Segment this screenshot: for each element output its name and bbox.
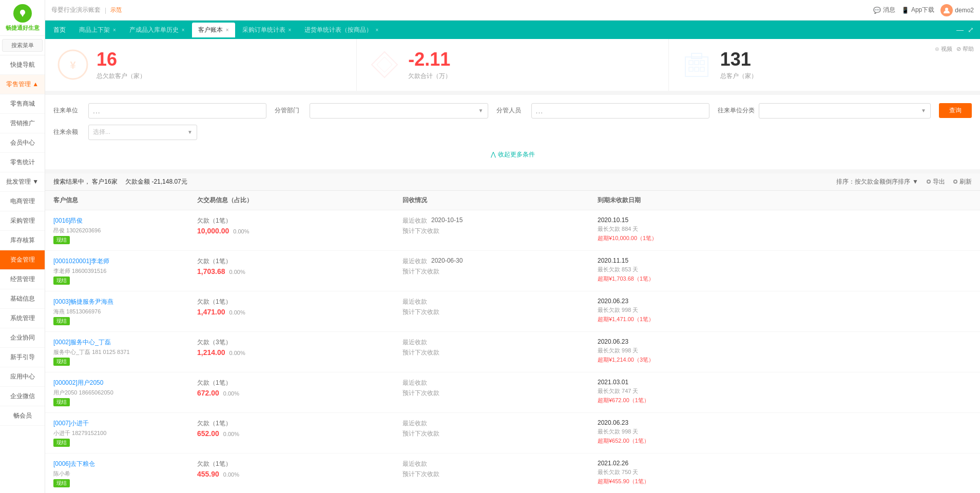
- collect-next-5: 预计下次收款: [402, 429, 598, 438]
- debt-info-4: 欠款（1笔） 672.00 0.00%: [197, 379, 402, 399]
- customer-name-1[interactable]: [0001020001]李老师: [53, 257, 197, 266]
- export-label: 导出: [933, 178, 945, 186]
- tabs-expand-btn[interactable]: ⤢: [968, 26, 974, 34]
- debt-amount-2: 1,471.00: [197, 308, 225, 316]
- overdue-amount-5[interactable]: 超期¥652.00（1笔）: [598, 438, 649, 444]
- app-download-btn[interactable]: 📱 App下载: [901, 6, 934, 14]
- svg-rect-11: [700, 67, 704, 71]
- division-select[interactable]: ▼: [310, 103, 488, 119]
- customer-info-5: [0007]小进千 小进千 18279152100 现结: [53, 419, 197, 447]
- diamond-icon: [369, 49, 400, 80]
- tab-purchase-order-close[interactable]: ×: [289, 27, 292, 33]
- sort-select[interactable]: 排序：按欠款金额倒序排序 ▼: [836, 178, 918, 186]
- sidebar-item-retail-stats[interactable]: 零售统计: [0, 153, 45, 172]
- collapse-label: 收起更多条件: [498, 150, 535, 159]
- col-header-date: 到期未收款日期: [598, 196, 972, 205]
- customer-tag-1: 现结: [53, 277, 70, 285]
- tab-purchase-stats[interactable]: 进货单统计表（按商品） ×: [298, 23, 385, 37]
- top-header: 母婴行业演示账套 | 示范 💬 消息 📱 App下载 demo2: [45, 0, 980, 21]
- sidebar-item-new-guide[interactable]: 新手引导: [0, 348, 45, 367]
- sidebar-item-quick-nav[interactable]: 快捷导航: [0, 55, 45, 75]
- debt-percent-6: 0.00%: [223, 471, 239, 478]
- collect-info-4: 最近收款 预计下次收款: [402, 379, 598, 398]
- collect-info-6: 最近收款 预计下次收款: [402, 460, 598, 479]
- unit-type-label: 往来单位分类: [718, 106, 755, 115]
- overdue-days-2: 最长欠款 998 天: [598, 306, 972, 314]
- balance-select[interactable]: 选择... ▼: [88, 125, 197, 140]
- filter-balance: 往来余额 选择... ▼: [53, 125, 197, 140]
- video-btn[interactable]: ⊙ 视频: [935, 45, 952, 53]
- overdue-amount-1[interactable]: 超期¥1,703.68（1笔）: [598, 275, 654, 282]
- tab-customer-account[interactable]: 客户账本 ×: [192, 23, 235, 37]
- sidebar-item-basic-info[interactable]: 基础信息: [0, 289, 45, 309]
- sidebar-item-ecommerce[interactable]: 电商管理: [0, 192, 45, 211]
- overdue-amount-0[interactable]: 超期¥10,000.00（1笔）: [598, 235, 657, 241]
- tab-products-close[interactable]: ×: [113, 27, 116, 33]
- customer-name-3[interactable]: [0002]服务中心_丁磊: [53, 338, 197, 347]
- refresh-btn[interactable]: 刷新: [953, 178, 972, 186]
- message-btn[interactable]: 💬 消息: [873, 6, 895, 14]
- sidebar-item-retail-mgmt[interactable]: 零售管理 ▲: [0, 75, 45, 94]
- sidebar-item-purchase[interactable]: 采购管理: [0, 211, 45, 231]
- sidebar-item-system[interactable]: 系统管理: [0, 309, 45, 328]
- date-info-2: 2020.06.23 最长欠款 998 天 超期¥1,471.00（1笔）: [598, 298, 972, 323]
- filter-division: 分管部门 ▼: [275, 103, 488, 119]
- tab-purchase-stats-close[interactable]: ×: [375, 27, 378, 33]
- sidebar-item-marketing[interactable]: 营销推广: [0, 114, 45, 133]
- customer-name-5[interactable]: [0007]小进千: [53, 419, 197, 428]
- collapse-btn[interactable]: ⋀ 收起更多条件: [53, 148, 972, 161]
- sidebar-item-finance[interactable]: 资金管理: [0, 250, 45, 270]
- manager-input[interactable]: ...: [531, 103, 709, 119]
- unit-type-select[interactable]: ▼: [759, 103, 931, 119]
- sidebar-item-enterprise-wechat[interactable]: 企业微信: [0, 387, 45, 406]
- customer-contact-5: 小进千 18279152100: [53, 429, 197, 437]
- customer-name-0[interactable]: [0016]昂俊: [53, 216, 197, 225]
- export-btn[interactable]: 导出: [927, 178, 945, 186]
- from-unit-label: 往来单位: [53, 106, 84, 115]
- sidebar-item-inventory[interactable]: 库存核算: [0, 231, 45, 250]
- collect-latest-4: 最近收款: [402, 379, 598, 387]
- customer-name-4[interactable]: [000002]用户2050: [53, 379, 197, 387]
- sidebar-item-vip[interactable]: 畅会员: [0, 406, 45, 426]
- customer-name-2[interactable]: [0003]畅捷服务尹海燕: [53, 298, 197, 306]
- tabs-collapse-btn[interactable]: —: [956, 26, 964, 34]
- sidebar-item-enterprise-collab[interactable]: 企业协同: [0, 328, 45, 348]
- sidebar-item-retail-mall[interactable]: 零售商城: [0, 94, 45, 114]
- stat-overdue-info: 16 总欠款客户（家）: [97, 49, 146, 81]
- user-menu[interactable]: demo2: [940, 4, 974, 16]
- svg-rect-12: [691, 53, 702, 58]
- from-unit-input[interactable]: ...: [88, 103, 266, 119]
- date-info-4: 2021.03.01 最长欠款 747 天 超期¥672.00（1笔）: [598, 379, 972, 404]
- sidebar-item-app-center[interactable]: 应用中心: [0, 367, 45, 387]
- customer-contact-2: 海燕 18513066976: [53, 308, 197, 315]
- tab-customer-account-close[interactable]: ×: [226, 27, 229, 33]
- help-btn[interactable]: ⊘ 帮助: [956, 45, 974, 53]
- tab-purchase-order[interactable]: 采购订单统计表 ×: [236, 23, 298, 37]
- collect-info-3: 最近收款 预计下次收款: [402, 338, 598, 357]
- balance-label: 往来余额: [53, 128, 84, 136]
- tab-produce[interactable]: 产成品入库单历史 ×: [123, 23, 191, 37]
- debt-percent-1: 0.00%: [229, 269, 245, 275]
- header-link: 示范: [110, 6, 122, 14]
- svg-marker-4: [377, 57, 392, 72]
- tab-produce-close[interactable]: ×: [182, 27, 185, 33]
- sidebar-nav: 快捷导航 零售管理 ▲ 零售商城 营销推广 会员中心 零售统计 批发管理 ▼ 电…: [0, 55, 45, 493]
- overdue-amount-4[interactable]: 超期¥672.00（1笔）: [598, 397, 649, 403]
- sidebar-item-member[interactable]: 会员中心: [0, 133, 45, 153]
- tab-home[interactable]: 首页: [47, 23, 72, 37]
- customer-name-6[interactable]: [0006]去下粮仓: [53, 460, 197, 468]
- overdue-amount-3[interactable]: 超期¥1,214.00（3笔）: [598, 357, 654, 363]
- sidebar-item-batch-mgmt[interactable]: 批发管理 ▼: [0, 172, 45, 192]
- stat-overdue-amount: -2.11 欠款合计（万）: [357, 39, 668, 91]
- stat-total-number: 131: [720, 49, 757, 70]
- tab-purchase-order-label: 采购订单统计表: [242, 26, 285, 34]
- sidebar-item-operations[interactable]: 经营管理: [0, 270, 45, 289]
- search-menu-item[interactable]: 搜索菜单: [0, 36, 45, 55]
- overdue-amount-2[interactable]: 超期¥1,471.00（1笔）: [598, 316, 654, 322]
- search-button[interactable]: 查询: [939, 103, 972, 118]
- col-header-debt: 欠交易信息（占比）: [197, 196, 402, 205]
- tab-products[interactable]: 商品上下架 ×: [73, 23, 122, 37]
- collect-info-5: 最近收款 预计下次收款: [402, 419, 598, 438]
- customer-info-4: [000002]用户2050 用户2050 18665062050 现结: [53, 379, 197, 406]
- overdue-amount-6[interactable]: 超期¥455.90（1笔）: [598, 478, 649, 484]
